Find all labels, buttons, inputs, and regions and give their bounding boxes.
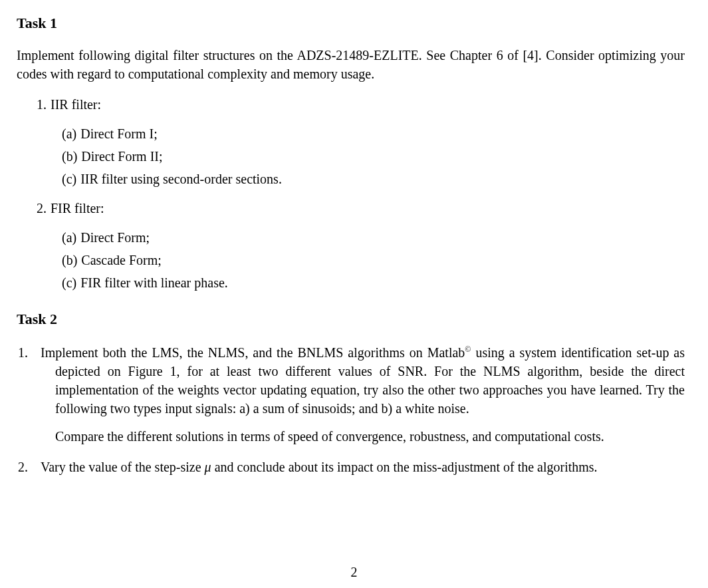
list-marker: 2. bbox=[37, 199, 47, 218]
page-number: 2 bbox=[351, 563, 358, 581]
document-page: Task 1 Implement following digital filte… bbox=[17, 13, 685, 476]
sub-text: Direct Form; bbox=[80, 230, 150, 245]
sub-text: IIR filter using second-order sections. bbox=[80, 172, 282, 186]
list-label: IIR filter: bbox=[51, 97, 101, 112]
sub-text: Direct Form II; bbox=[81, 149, 162, 164]
task2-item-1-para2: Compare the different solutions in terms… bbox=[37, 427, 685, 446]
task1-item-1-a: (a)Direct Form I; bbox=[62, 124, 685, 143]
task1-item-2-b: (b)Cascade Form; bbox=[62, 251, 685, 269]
list-label: FIR filter: bbox=[51, 201, 104, 216]
task2-item-2-para: 2.Vary the value of the step-size μ and … bbox=[37, 458, 685, 476]
task1-item-2-sublist: (a)Direct Form; (b)Cascade Form; (c)FIR … bbox=[37, 228, 685, 292]
sub-marker: (c) bbox=[62, 273, 76, 292]
sub-text: Direct Form I; bbox=[80, 126, 158, 141]
sub-marker: (b) bbox=[62, 147, 77, 166]
task2-item-1-para1: 1.Implement both the LMS, the NLMS, and … bbox=[37, 343, 685, 418]
sub-marker: (a) bbox=[62, 124, 76, 143]
task1-item-2-c: (c)FIR filter with linear phase. bbox=[62, 273, 685, 292]
para-text-post: and conclude about its impact on the mis… bbox=[211, 460, 598, 474]
task1-list: 1.IIR filter: (a)Direct Form I; (b)Direc… bbox=[17, 95, 685, 292]
mu-symbol: μ bbox=[205, 460, 211, 474]
task1-item-2: 2.FIR filter: (a)Direct Form; (b)Cascade… bbox=[37, 199, 685, 292]
task1-heading: Task 1 bbox=[17, 13, 685, 34]
sub-marker: (c) bbox=[62, 170, 76, 188]
task1-intro: Implement following digital filter struc… bbox=[17, 46, 685, 83]
task1-item-1: 1.IIR filter: (a)Direct Form I; (b)Direc… bbox=[37, 95, 685, 188]
sub-marker: (b) bbox=[62, 251, 77, 269]
task2-heading: Task 2 bbox=[17, 309, 685, 330]
task2-item-1: 1.Implement both the LMS, the NLMS, and … bbox=[37, 343, 685, 446]
para-text-pre: Vary the value of the step-size bbox=[41, 460, 205, 474]
task2-item-2: 2.Vary the value of the step-size μ and … bbox=[37, 458, 685, 476]
para-text-pre: Implement both the LMS, the NLMS, and th… bbox=[41, 345, 465, 360]
list-marker: 1. bbox=[37, 95, 47, 114]
task2-list: 1.Implement both the LMS, the NLMS, and … bbox=[17, 343, 685, 476]
sub-marker: (a) bbox=[62, 228, 76, 247]
sub-text: Cascade Form; bbox=[81, 253, 162, 267]
task1-item-1-c: (c)IIR filter using second-order section… bbox=[62, 170, 685, 188]
task1-item-1-b: (b)Direct Form II; bbox=[62, 147, 685, 166]
task1-item-1-sublist: (a)Direct Form I; (b)Direct Form II; (c)… bbox=[37, 124, 685, 188]
sub-text: FIR filter with linear phase. bbox=[80, 275, 228, 290]
task1-item-2-a: (a)Direct Form; bbox=[62, 228, 685, 247]
